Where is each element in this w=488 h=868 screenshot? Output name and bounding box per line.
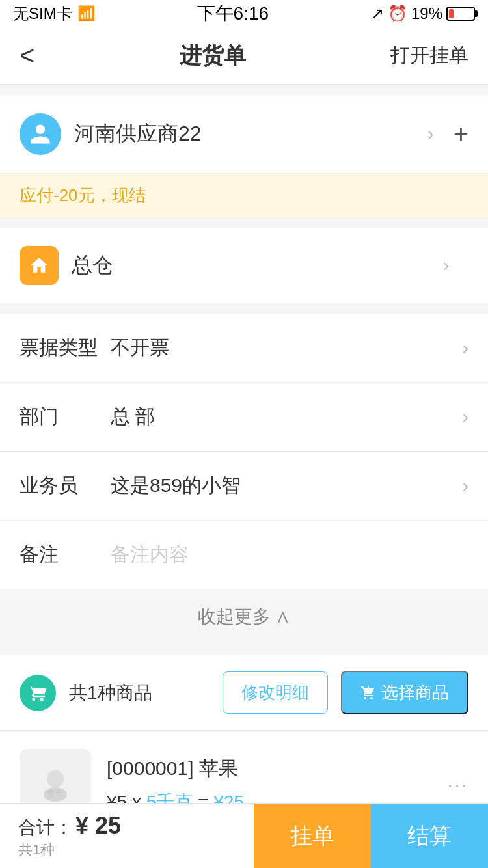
invoice-type-chevron-icon: › xyxy=(463,338,468,359)
department-label: 部门 xyxy=(20,403,98,430)
wifi-icon: 📶 xyxy=(77,5,95,22)
supplier-avatar xyxy=(20,113,61,155)
battery-icon xyxy=(446,7,475,21)
total-section: 合计： ¥ 25 共1种 xyxy=(0,804,254,868)
gap-2 xyxy=(0,217,488,228)
page-title: 进货单 xyxy=(180,41,246,71)
total-row: 合计： ¥ 25 xyxy=(18,812,236,840)
remark-label: 备注 xyxy=(20,541,98,568)
supplier-name: 河南供应商22 xyxy=(74,120,427,148)
open-hang-button[interactable]: 打开挂单 xyxy=(390,42,468,69)
product-more-button[interactable]: ··· xyxy=(447,773,468,797)
select-product-button[interactable]: 选择商品 xyxy=(341,671,468,714)
invoice-type-value: 不开票 xyxy=(98,334,463,361)
remark-value: 备注内容 xyxy=(98,541,468,568)
svg-text:鲁十: 鲁十 xyxy=(47,789,63,798)
location-icon: ↗ xyxy=(371,5,384,23)
products-count-label: 共1种商品 xyxy=(69,681,210,705)
products-header: 共1种商品 修改明细 选择商品 xyxy=(0,655,488,731)
invoice-type-row[interactable]: 票据类型 不开票 › xyxy=(0,314,488,383)
total-amount: ¥ 25 xyxy=(75,812,121,839)
gap-3 xyxy=(0,303,488,314)
hang-order-button[interactable]: 挂单 xyxy=(254,804,371,868)
status-left: 无SIM卡 📶 xyxy=(13,3,95,24)
settle-button[interactable]: 结算 xyxy=(371,804,488,868)
edit-detail-button[interactable]: 修改明细 xyxy=(223,671,328,714)
product-name: [0000001] 苹果 xyxy=(107,755,431,782)
salesperson-row[interactable]: 业务员 这是859的小智 › xyxy=(0,452,488,521)
total-label: 合计： xyxy=(18,815,73,840)
product-code: [0000001] 苹果 xyxy=(107,757,238,779)
supplier-section: 河南供应商22 › + 应付-20元，现结 xyxy=(0,95,488,217)
total-count: 共1种 xyxy=(18,840,236,860)
remark-row[interactable]: 备注 备注内容 xyxy=(0,521,488,589)
salesperson-value: 这是859的小智 xyxy=(98,472,463,499)
nav-bar: < 进货单 打开挂单 xyxy=(0,27,488,85)
supplier-notice: 应付-20元，现结 xyxy=(0,174,488,217)
alarm-icon: ⏰ xyxy=(388,5,407,23)
back-button[interactable]: < xyxy=(20,41,34,70)
product-thumb-icon: 鲁十 xyxy=(36,765,75,804)
warehouse-name: 总仓 xyxy=(72,251,443,280)
warehouse-row[interactable]: 总仓 › xyxy=(0,228,488,303)
select-product-label: 选择商品 xyxy=(381,681,449,704)
home-icon xyxy=(29,255,49,276)
supplier-row[interactable]: 河南供应商22 › + xyxy=(0,95,488,174)
salesperson-chevron-icon: › xyxy=(463,476,468,496)
status-right: ↗ ⏰ 19% xyxy=(371,5,475,23)
salesperson-label: 业务员 xyxy=(20,472,98,499)
supplier-chevron-icon: › xyxy=(427,124,433,144)
user-icon xyxy=(29,122,52,146)
carrier-label: 无SIM卡 xyxy=(13,3,72,24)
warehouse-section: 总仓 › xyxy=(0,228,488,303)
warehouse-icon xyxy=(20,246,59,285)
bottom-bar: 合计： ¥ 25 共1种 挂单 结算 xyxy=(0,803,488,868)
cart-icon xyxy=(28,683,47,703)
collapse-bar[interactable]: 收起更多 ∧ xyxy=(0,589,488,645)
status-bar: 无SIM卡 📶 下午6:16 ↗ ⏰ 19% xyxy=(0,0,488,27)
svg-point-0 xyxy=(47,770,64,787)
form-section: 票据类型 不开票 › 部门 总 部 › 业务员 这是859的小智 › 备注 备注… xyxy=(0,314,488,589)
add-supplier-button[interactable]: + xyxy=(454,120,468,149)
department-chevron-icon: › xyxy=(463,407,468,427)
select-cart-icon xyxy=(360,685,376,701)
gap-1 xyxy=(0,85,488,95)
gap-4 xyxy=(0,645,488,655)
department-row[interactable]: 部门 总 部 › xyxy=(0,383,488,452)
status-time: 下午6:16 xyxy=(197,1,269,26)
products-icon xyxy=(20,675,56,711)
invoice-type-label: 票据类型 xyxy=(20,334,98,361)
department-value: 总 部 xyxy=(98,403,463,430)
battery-percentage: 19% xyxy=(411,5,442,23)
warehouse-chevron-icon: › xyxy=(443,255,449,276)
